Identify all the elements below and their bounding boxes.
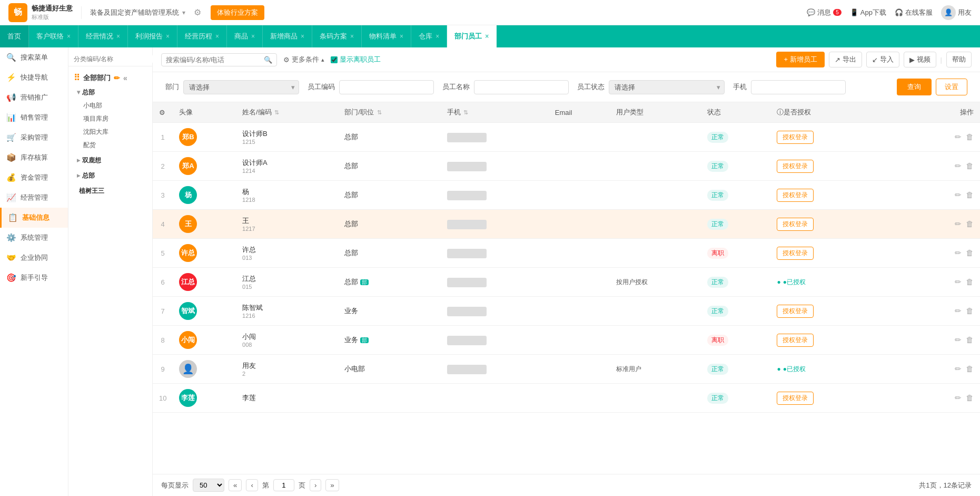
delete-btn-4[interactable]: 🗑 (966, 248, 974, 258)
close-tab-经营情况[interactable]: × (116, 33, 120, 40)
gear-btn[interactable]: ⚙ (194, 7, 201, 17)
tab-经营历程[interactable]: 经营历程× (177, 25, 227, 47)
delete-btn-9[interactable]: 🗑 (966, 393, 974, 403)
tree-group-label-zhishuwangsan[interactable]: 植树王三 (68, 184, 152, 198)
edit-dept-icon[interactable]: ✏ (114, 74, 120, 82)
page-size-select[interactable]: 10 20 50 100 (193, 479, 224, 492)
close-tab-客户联络[interactable]: × (67, 33, 71, 40)
auth-btn-9[interactable]: 授权登录 (777, 392, 814, 405)
tree-group-label-shuangluxiang[interactable]: ▸双鹿想 (68, 154, 152, 167)
tab-客户联络[interactable]: 客户联络× (29, 25, 78, 47)
delete-btn-7[interactable]: 🗑 (966, 335, 974, 345)
auth-btn-4[interactable]: 授权登录 (777, 247, 814, 260)
filter-more-btn[interactable]: ⚙ 更多条件 ▴ (283, 55, 324, 64)
tab-首页[interactable]: 首页 (0, 25, 29, 47)
query-button[interactable]: 查询 (897, 79, 932, 95)
edit-btn-1[interactable]: ✏ (955, 161, 962, 171)
message-btn[interactable]: 💬 消息 5 (807, 8, 842, 17)
close-tab-部门员工[interactable]: × (485, 33, 489, 40)
sidebar-item-6[interactable]: 💰资金管理 (0, 168, 68, 188)
tab-商品[interactable]: 商品× (227, 25, 263, 47)
delete-btn-3[interactable]: 🗑 (966, 219, 974, 229)
first-page-btn[interactable]: « (229, 479, 242, 491)
edit-btn-5[interactable]: ✏ (955, 277, 962, 287)
tab-条码方案[interactable]: 条码方案× (312, 25, 362, 47)
delete-btn-6[interactable]: 🗑 (966, 306, 974, 316)
settings-button[interactable]: 设置 (936, 79, 967, 95)
tab-新增商品[interactable]: 新增商品× (263, 25, 312, 47)
online-service-btn[interactable]: 🎧 在线客服 (895, 8, 933, 17)
page-input[interactable] (273, 479, 294, 491)
edit-btn-6[interactable]: ✏ (955, 306, 962, 316)
import-button[interactable]: ↙ 导入 (866, 52, 899, 67)
tab-物料清单[interactable]: 物料清单× (362, 25, 411, 47)
tree-leaf-peihuo[interactable]: 配货 (68, 139, 152, 152)
collapse-btn[interactable]: « (123, 74, 127, 82)
sidebar-item-2[interactable]: 📢营销推广 (0, 87, 68, 108)
edit-btn-0[interactable]: ✏ (955, 132, 962, 142)
delete-btn-2[interactable]: 🗑 (966, 190, 974, 200)
close-tab-商品[interactable]: × (251, 33, 255, 40)
edit-btn-7[interactable]: ✏ (955, 335, 962, 345)
filter-empcode-input[interactable] (339, 80, 434, 94)
edit-btn-8[interactable]: ✏ (955, 364, 962, 374)
sidebar-item-4[interactable]: 🛒采购管理 (0, 128, 68, 148)
search-icon-btn[interactable]: 🔍 (264, 56, 272, 64)
sidebar-item-8[interactable]: 📋基础信息 (0, 208, 68, 228)
export-button[interactable]: ↗ 导出 (829, 52, 862, 67)
add-employee-button[interactable]: + 新增员工 (776, 52, 824, 67)
app-download-btn[interactable]: 📱 App下载 (850, 8, 886, 17)
delete-btn-8[interactable]: 🗑 (966, 364, 974, 374)
tab-经营情况[interactable]: 经营情况× (78, 25, 128, 47)
auth-btn-0[interactable]: 授权登录 (777, 131, 814, 144)
show-resigned-checkbox[interactable] (331, 56, 338, 63)
close-tab-新增商品[interactable]: × (301, 33, 304, 40)
auth-btn-2[interactable]: 授权登录 (777, 189, 814, 202)
tab-部门员工[interactable]: 部门员工× (447, 25, 497, 47)
close-tab-物料清单[interactable]: × (400, 33, 403, 40)
edit-btn-2[interactable]: ✏ (955, 190, 962, 200)
close-tab-条码方案[interactable]: × (350, 33, 354, 40)
auth-btn-3[interactable]: 授权登录 (777, 218, 814, 231)
auth-btn-7[interactable]: 授权登录 (777, 334, 814, 347)
sidebar-item-0[interactable]: 🔍搜索菜单 (0, 47, 68, 67)
auth-btn-6[interactable]: 授权登录 (777, 305, 814, 318)
view-button[interactable]: ▶ 视频 (904, 52, 936, 67)
sidebar-item-3[interactable]: 📊销售管理 (0, 108, 68, 128)
trial-button[interactable]: 体验行业方案 (211, 5, 264, 20)
tab-利润报告[interactable]: 利润报告× (128, 25, 177, 47)
sidebar-item-5[interactable]: 📦库存核算 (0, 148, 68, 168)
tree-leaf-xiangmukufang[interactable]: 项目库房 (68, 112, 152, 125)
tree-leaf-xiaodianbu[interactable]: 小电部 (68, 99, 152, 112)
tree-group-label-zongbu2[interactable]: ▸总部 (68, 169, 152, 182)
filter-dept-select[interactable]: 请选择 (183, 80, 299, 94)
help-button[interactable]: 帮助 (946, 52, 972, 67)
tab-仓库[interactable]: 仓库× (411, 25, 447, 47)
auth-btn-1[interactable]: 授权登录 (777, 160, 814, 173)
prev-page-btn[interactable]: ‹ (246, 479, 258, 491)
delete-btn-1[interactable]: 🗑 (966, 161, 974, 171)
delete-btn-0[interactable]: 🗑 (966, 132, 974, 142)
user-btn[interactable]: 👤 用友 (941, 5, 972, 20)
close-tab-仓库[interactable]: × (435, 33, 439, 40)
sidebar-item-7[interactable]: 📈经营管理 (0, 188, 68, 208)
dept-search-input[interactable] (74, 55, 153, 63)
sidebar-item-10[interactable]: 🤝企业协同 (0, 248, 68, 268)
search-input[interactable] (166, 56, 261, 64)
next-page-btn[interactable]: › (310, 479, 321, 491)
last-page-btn[interactable]: » (325, 479, 339, 491)
filter-empname-input[interactable] (474, 80, 569, 94)
sidebar-item-9[interactable]: ⚙️系统管理 (0, 228, 68, 248)
edit-btn-3[interactable]: ✏ (955, 219, 962, 229)
tree-group-label-zongbu[interactable]: ▾总部 (68, 86, 152, 99)
sidebar-item-1[interactable]: ⚡快捷导航 (0, 67, 68, 87)
delete-btn-5[interactable]: 🗑 (966, 277, 974, 287)
sidebar-item-11[interactable]: 🎯新手引导 (0, 268, 68, 288)
filter-status-select[interactable]: 请选择 (609, 80, 725, 94)
edit-btn-9[interactable]: ✏ (955, 393, 962, 403)
tree-leaf-shenyangdaku[interactable]: 沈阳大库 (68, 125, 152, 139)
edit-btn-4[interactable]: ✏ (955, 248, 962, 258)
close-tab-利润报告[interactable]: × (166, 33, 170, 40)
filter-phone-input[interactable] (751, 80, 846, 94)
close-tab-经营历程[interactable]: × (215, 33, 219, 40)
